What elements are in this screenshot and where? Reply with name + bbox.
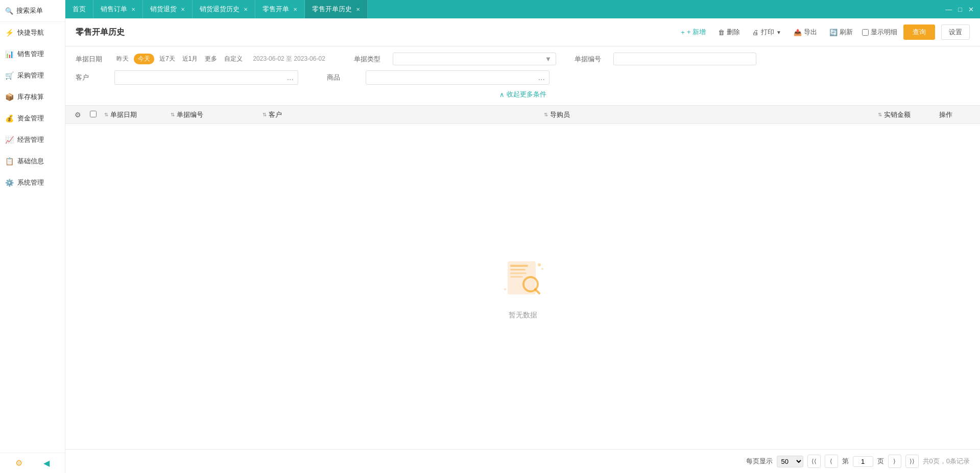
purchase-mgmt-icon: 🛒: [5, 71, 13, 80]
sidebar-search[interactable]: 🔍 搜索采单: [0, 0, 65, 22]
sales-mgmt-icon: 📊: [5, 50, 13, 58]
table-settings-icon[interactable]: ⚙: [69, 111, 86, 119]
sidebar-collapse-btn[interactable]: ◀: [43, 458, 50, 468]
tab-retail-open-close[interactable]: ✕: [293, 7, 297, 12]
th-date[interactable]: ⇅ 单据日期: [100, 110, 166, 119]
svg-point-8: [538, 263, 541, 266]
settings-button[interactable]: 设置: [941, 24, 970, 40]
nav-maximize[interactable]: □: [958, 6, 962, 13]
pagination: 每页显示 50 10 20 100 ⟨⟨ ⟨ 第 页 ⟩ ⟩⟩ 共0页，0条记录: [65, 449, 980, 473]
tab-retail-history[interactable]: 零售开单历史 ✕: [305, 0, 368, 18]
tab-sales-return-history-close[interactable]: ✕: [244, 7, 248, 12]
finance-icon: 💰: [5, 114, 13, 122]
sidebar-item-sales-mgmt[interactable]: 📊 销售管理: [0, 43, 65, 65]
tab-retail-open[interactable]: 零售开单 ✕: [255, 0, 305, 18]
th-customer-label: 客户: [269, 110, 282, 119]
sidebar-item-label: 经营管理: [17, 135, 44, 144]
th-docno-label: 单据编号: [177, 110, 203, 119]
nav-close[interactable]: ✕: [968, 6, 974, 13]
th-docno[interactable]: ⇅ 单据编号: [166, 110, 258, 119]
date-today[interactable]: 今天: [134, 54, 154, 64]
page-next-btn[interactable]: ⟩: [888, 455, 901, 468]
toolbar: + + 新增 🗑 删除 🖨 打印 ▼ 📤 导出 🔄 刷新: [678, 24, 970, 40]
svg-point-9: [541, 268, 543, 270]
tab-sales-order[interactable]: 销售订单 ✕: [93, 0, 143, 18]
page-title: 零售开单历史: [76, 27, 125, 38]
export-button[interactable]: 📤 导出: [791, 26, 820, 39]
sidebar-item-operations[interactable]: 📈 经营管理: [0, 129, 65, 151]
sidebar: 🔍 搜索采单 ⚡ 快捷导航 📊 销售管理 🛒 采购管理 📦 库存核算 💰 资金管…: [0, 0, 65, 473]
per-page-select[interactable]: 50 10 20 100: [777, 456, 803, 467]
page-total: 共0页，0条记录: [923, 457, 970, 466]
show-detail-input[interactable]: [862, 29, 869, 36]
nav-minimize[interactable]: —: [945, 6, 952, 13]
sidebar-settings-btn[interactable]: ⚙: [15, 458, 22, 468]
tab-home-label: 首页: [73, 5, 86, 14]
date-custom[interactable]: 自定义: [222, 54, 245, 64]
nav-right: — □ ✕: [945, 6, 980, 13]
delete-button[interactable]: 🗑 删除: [715, 26, 743, 39]
doc-type-select[interactable]: ▼: [393, 53, 556, 65]
tab-sales-return-close[interactable]: ✕: [181, 7, 185, 12]
search-icon: 🔍: [5, 7, 13, 15]
svg-rect-3: [510, 272, 527, 274]
empty-illustration: [497, 254, 548, 305]
date-yesterday[interactable]: 昨天: [114, 54, 131, 64]
th-customer[interactable]: ⇅ 客户: [258, 110, 540, 119]
table-area: ⚙ ⇅ 单据日期 ⇅ 单据编号 ⇅ 客户 ⇅ 导购员 ⇅: [65, 106, 980, 449]
customer-input[interactable]: ...: [114, 70, 298, 85]
sort-icon: ⇅: [544, 112, 548, 117]
refresh-icon: 🔄: [829, 29, 838, 36]
add-label: + 新增: [687, 28, 706, 37]
refresh-button[interactable]: 🔄 刷新: [826, 26, 856, 39]
delete-label: 删除: [727, 28, 740, 37]
page-label-post: 页: [877, 457, 884, 466]
collapse-label: 收起更多条件: [507, 90, 546, 99]
svg-rect-1: [510, 265, 528, 267]
tab-sales-order-close[interactable]: ✕: [131, 7, 135, 12]
sidebar-item-basic-info[interactable]: 📋 基础信息: [0, 151, 65, 172]
collapse-button[interactable]: ∧ 收起更多条件: [76, 90, 970, 99]
sidebar-item-purchase-mgmt[interactable]: 🛒 采购管理: [0, 65, 65, 86]
sidebar-item-inventory[interactable]: 📦 库存核算: [0, 86, 65, 108]
doc-no-input[interactable]: [613, 53, 756, 65]
date-more[interactable]: 更多: [203, 54, 219, 64]
sort-icon: ⇅: [171, 112, 175, 117]
sort-icon: ⇅: [878, 112, 882, 117]
export-label: 导出: [804, 28, 817, 37]
top-nav: 首页 销售订单 ✕ 销货退货 ✕ 销货退货历史 ✕ 零售开单 ✕ 零售开单历史 …: [65, 0, 980, 18]
page-label-pre: 第: [842, 457, 849, 466]
svg-point-6: [525, 279, 536, 289]
page-last-btn[interactable]: ⟩⟩: [905, 455, 919, 468]
tab-home[interactable]: 首页: [65, 0, 93, 18]
date-7days[interactable]: 近7天: [157, 54, 177, 64]
th-guide[interactable]: ⇅ 导购员: [540, 110, 601, 119]
tab-sales-return-label: 销货退货: [150, 5, 177, 14]
th-date-label: 单据日期: [110, 110, 137, 119]
sidebar-item-system-mgmt[interactable]: ⚙️ 系统管理: [0, 172, 65, 193]
select-all-checkbox[interactable]: [90, 111, 97, 117]
query-button[interactable]: 查询: [903, 24, 935, 40]
table-select-all[interactable]: [86, 111, 100, 119]
print-dropdown-icon: ▼: [776, 30, 781, 35]
th-amount[interactable]: ⇅ 实销金额: [874, 110, 935, 119]
print-button[interactable]: 🖨 打印 ▼: [749, 26, 784, 39]
th-op: 操作: [935, 110, 976, 119]
page-number-input[interactable]: [853, 456, 873, 467]
basic-info-icon: 📋: [5, 157, 13, 165]
tab-sales-return-history[interactable]: 销货退货历史 ✕: [193, 0, 255, 18]
empty-area: 暂无数据: [65, 124, 980, 449]
date-1month[interactable]: 近1月: [180, 54, 200, 64]
goods-input[interactable]: ...: [366, 70, 549, 85]
empty-text: 暂无数据: [509, 311, 537, 320]
tab-sales-return[interactable]: 销货退货 ✕: [143, 0, 193, 18]
tab-retail-history-close[interactable]: ✕: [356, 7, 360, 12]
date-shortcuts: 昨天 今天 近7天 近1月 更多 自定义: [114, 54, 245, 64]
sidebar-item-quick-nav[interactable]: ⚡ 快捷导航: [0, 22, 65, 43]
show-detail-checkbox[interactable]: 显示明细: [862, 28, 897, 37]
page-header: 零售开单历史 + + 新增 🗑 删除 🖨 打印 ▼ 📤 导出 🔄 刷新: [65, 18, 980, 46]
page-first-btn[interactable]: ⟨⟨: [807, 455, 821, 468]
add-button[interactable]: + + 新增: [678, 26, 709, 39]
sidebar-item-finance[interactable]: 💰 资金管理: [0, 108, 65, 129]
page-prev-btn[interactable]: ⟨: [825, 455, 838, 468]
